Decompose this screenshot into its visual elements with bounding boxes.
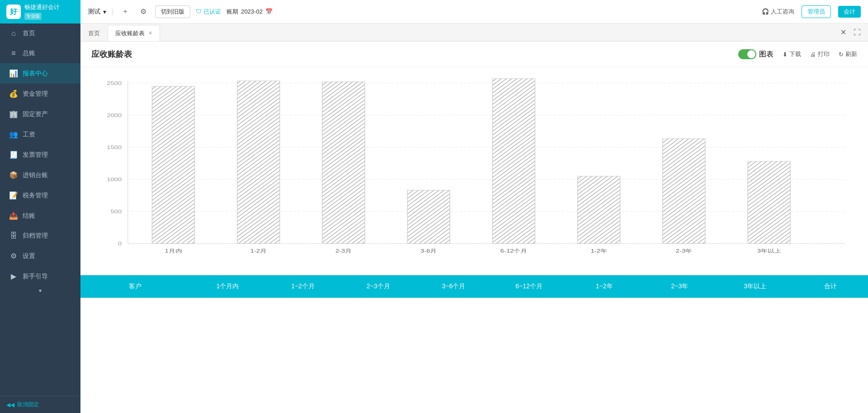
- expand-button[interactable]: ⛶: [852, 27, 863, 38]
- bar-3year-plus: [748, 161, 790, 244]
- consult-button[interactable]: 🎧 人工咨询: [762, 8, 794, 16]
- settings-button[interactable]: ⚙: [137, 5, 150, 18]
- guide-icon: ▶: [9, 272, 18, 281]
- svg-text:0: 0: [118, 241, 122, 247]
- svg-text:6-12个月: 6-12个月: [500, 248, 527, 254]
- headset-icon: 🎧: [762, 8, 769, 15]
- tax-icon: 📝: [9, 191, 18, 200]
- user-button[interactable]: 管理员: [802, 5, 831, 18]
- refresh-button[interactable]: ↻ 刷新: [839, 50, 857, 58]
- wages-icon: 👥: [9, 130, 18, 139]
- col-1-2year: 1~2年: [566, 275, 642, 298]
- sidebar-item-settings[interactable]: ⚙ 设置: [0, 246, 80, 266]
- sidebar-item-home[interactable]: ⌂ 首页: [0, 23, 80, 43]
- tab-home[interactable]: 首页: [80, 25, 108, 41]
- project-name: 测试: [88, 8, 100, 16]
- sidebar-item-label: 发票管理: [23, 151, 48, 159]
- tabbar: 首页 应收账龄表 ✕ ✕ ⛶: [80, 23, 868, 42]
- sidebar-item-reports[interactable]: 📊 报表中心: [0, 63, 80, 84]
- page-content: 应收账龄表 图表 ⬇ 下载 🖨 打印 ↻: [80, 42, 868, 413]
- bar-1-2month: [237, 81, 280, 244]
- sidebar-item-assets[interactable]: 🏢 固定资产: [0, 104, 80, 124]
- refresh-label: 刷新: [845, 50, 857, 58]
- bar-6-12month: [492, 79, 535, 244]
- close-window-button[interactable]: ✕: [839, 26, 848, 38]
- refresh-icon: ↻: [839, 51, 844, 58]
- svg-text:3-6月: 3-6月: [420, 248, 437, 254]
- switch-version-button[interactable]: 切到旧版: [155, 5, 190, 18]
- sidebar-item-wages[interactable]: 👥 工资: [0, 124, 80, 145]
- invoice-icon: 🧾: [9, 150, 18, 159]
- sidebar-item-label: 工资: [23, 131, 35, 139]
- chart-toggle[interactable]: [738, 49, 756, 59]
- table-header: 客户 1个月内 1~2个月 2~3个月 3~6个月 6~12个月 1~2年 2~…: [80, 275, 868, 298]
- page-title: 应收账龄表: [91, 49, 132, 60]
- separator: |: [112, 8, 113, 16]
- svg-text:2500: 2500: [107, 80, 122, 86]
- bar-chart: 0 500 1000 1500 2000 2500: [91, 76, 857, 266]
- verified-label: 已认证: [203, 8, 221, 16]
- role-button[interactable]: 会计: [838, 6, 861, 18]
- checkout-icon: 📤: [9, 211, 18, 220]
- col-2-3year: 2~3年: [642, 275, 717, 298]
- page-actions: 图表 ⬇ 下载 🖨 打印 ↻ 刷新: [738, 49, 857, 59]
- download-icon: ⬇: [783, 51, 788, 58]
- chart-container: 0 500 1000 1500 2000 2500: [80, 67, 868, 275]
- sidebar-item-invoice[interactable]: 🧾 发票管理: [0, 145, 80, 165]
- shield-icon: 🛡: [196, 8, 202, 15]
- sidebar-item-label: 归档管理: [23, 232, 48, 240]
- calendar-icon[interactable]: 📅: [265, 8, 273, 15]
- svg-text:2000: 2000: [107, 113, 122, 118]
- cancel-fix-button[interactable]: ◀◀ 取消固定: [0, 396, 80, 413]
- topbar-right: 🎧 人工咨询 管理员 会计: [762, 5, 861, 18]
- sidebar-item-label: 进销台账: [23, 171, 48, 179]
- pin-icon: ◀◀: [6, 402, 14, 408]
- download-button[interactable]: ⬇ 下载: [783, 50, 801, 58]
- svg-text:3年以上: 3年以上: [757, 248, 781, 254]
- sidebar-item-tax[interactable]: 📝 税务管理: [0, 185, 80, 206]
- home-icon: ⌂: [9, 29, 18, 38]
- bar-2-3year: [663, 139, 705, 244]
- sidebar-item-checkout[interactable]: 📤 结账: [0, 206, 80, 226]
- bar-1month: [152, 86, 194, 244]
- svg-text:500: 500: [111, 209, 122, 215]
- period-label: 账期: [226, 8, 238, 16]
- col-3year-plus: 3年以上: [717, 275, 793, 298]
- add-button[interactable]: ＋: [119, 5, 132, 18]
- sidebar-nav: ⌂ 首页 ≡ 总账 📊 报表中心 💰 资金管理 🏢 固定资产 👥 工资: [0, 23, 80, 396]
- svg-text:1-2月: 1-2月: [250, 248, 267, 254]
- tab-close-icon[interactable]: ✕: [148, 31, 152, 36]
- chevron-down-icon: ▾: [103, 8, 106, 15]
- funds-icon: 💰: [9, 89, 18, 98]
- page-inner: 应收账龄表 图表 ⬇ 下载 🖨 打印 ↻: [80, 42, 868, 413]
- svg-text:1-2年: 1-2年: [591, 248, 607, 254]
- archive-icon: 🗄: [9, 232, 18, 240]
- sidebar-item-label: 固定资产: [23, 110, 48, 118]
- bar-2-3month: [322, 82, 365, 244]
- col-3-6month: 3~6个月: [416, 275, 491, 298]
- svg-text:1500: 1500: [107, 145, 122, 150]
- sidebar-item-funds[interactable]: 💰 资金管理: [0, 84, 80, 104]
- sales-icon: 📦: [9, 171, 18, 179]
- cancel-fix-label: 取消固定: [17, 401, 39, 408]
- bar-1-2year: [578, 176, 620, 244]
- sidebar-item-guide[interactable]: ▶ 新手引导: [0, 266, 80, 286]
- page-header: 应收账龄表 图表 ⬇ 下载 🖨 打印 ↻: [80, 42, 868, 67]
- col-2-3month: 2~3个月: [340, 275, 416, 298]
- chart-toggle-label: 图表: [759, 50, 774, 59]
- sidebar-item-label: 资金管理: [23, 90, 48, 98]
- ledger-icon: ≡: [9, 49, 18, 57]
- svg-text:2-3月: 2-3月: [335, 248, 352, 254]
- sidebar-item-label: 总账: [23, 49, 35, 57]
- main-content: 测试 ▾ | ＋ ⚙ 切到旧版 🛡 已认证 账期 2023-02 📅 🎧 人工咨…: [80, 0, 868, 413]
- print-button[interactable]: 🖨 打印: [810, 50, 830, 58]
- sidebar-item-ledger[interactable]: ≡ 总账: [0, 43, 80, 63]
- sidebar-item-sales[interactable]: 📦 进销台账: [0, 165, 80, 185]
- print-icon: 🖨: [810, 51, 816, 58]
- consult-label: 人工咨询: [771, 8, 794, 16]
- project-selector[interactable]: 测试 ▾: [88, 8, 106, 16]
- sidebar: 好 畅捷通好会计 专业版 ⌂ 首页 ≡ 总账 📊 报表中心 💰 资金管理 🏢: [0, 0, 80, 413]
- sidebar-item-archive[interactable]: 🗄 归档管理: [0, 226, 80, 246]
- bar-3-6month: [407, 190, 450, 244]
- tab-aging[interactable]: 应收账龄表 ✕: [108, 25, 160, 41]
